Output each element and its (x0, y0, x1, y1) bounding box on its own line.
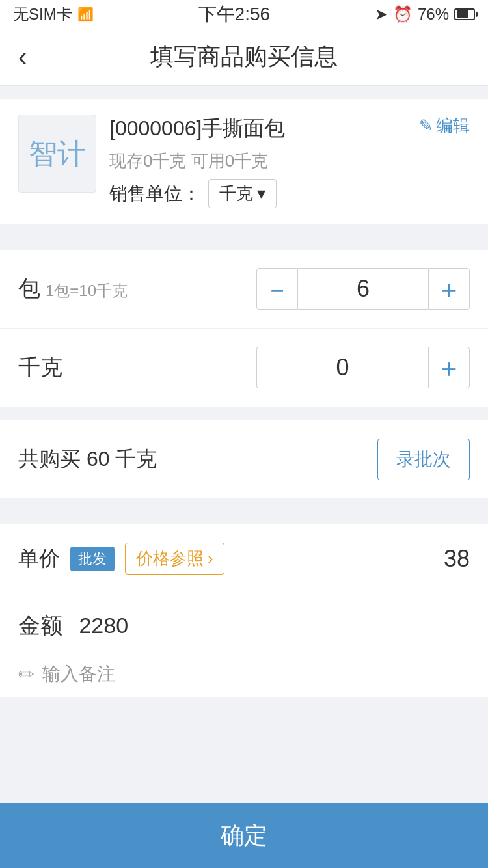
unit-value: 千克 (219, 182, 253, 205)
bao-input[interactable] (298, 268, 428, 310)
location-icon: ➤ (375, 5, 388, 23)
product-stock: 现存0千克 可用0千克 (109, 150, 470, 172)
product-top-row: [0000006]手撕面包 ✎ 编辑 (109, 115, 470, 150)
price-label: 单价 (18, 545, 60, 573)
quantity-section: 包1包=10千克 － ＋ 千克 ＋ (0, 250, 488, 407)
status-bar: 无SIM卡 📶 下午2:56 ➤ ⏰ 76% (0, 0, 488, 29)
bao-controls: － ＋ (256, 268, 470, 310)
summary-text: 共购买 60 千克 (18, 445, 157, 474)
confirm-button[interactable]: 确定 (0, 803, 488, 868)
product-unit-row: 销售单位： 千克 ▾ (109, 179, 470, 208)
kg-input[interactable] (256, 347, 428, 388)
summary-row: 共购买 60 千克 录批次 (0, 420, 488, 498)
amount-value: 2280 (79, 613, 128, 638)
unit-label: 销售单位： (109, 182, 200, 206)
status-left: 无SIM卡 📶 (13, 4, 94, 25)
edit-button[interactable]: ✎ 编辑 (419, 115, 470, 137)
product-name: [0000006]手撕面包 (109, 115, 285, 143)
bao-label: 包1包=10千克 (18, 274, 135, 304)
amount-row: 金额 2280 (18, 611, 470, 641)
price-ref-button[interactable]: 价格参照 › (125, 543, 224, 575)
edit-label: 编辑 (436, 115, 470, 137)
kg-controls: ＋ (256, 347, 470, 388)
price-ref-label: 价格参照 (136, 547, 204, 570)
record-batch-button[interactable]: 录批次 (377, 439, 470, 480)
battery-icon (454, 8, 475, 20)
back-button[interactable]: ‹ (18, 42, 27, 72)
carrier-text: 无SIM卡 (13, 4, 72, 25)
note-placeholder: 输入备注 (42, 662, 115, 686)
price-section: 单价 批发 价格参照 › 38 (0, 524, 488, 593)
page-title: 填写商品购买信息 (150, 41, 338, 73)
bao-minus-button[interactable]: － (256, 268, 298, 310)
quantity-kg-row: 千克 ＋ (0, 329, 488, 407)
separator-1 (0, 224, 488, 237)
status-right: ➤ ⏰ 76% (375, 5, 475, 23)
amount-label: 金额 (18, 613, 62, 638)
alarm-icon: ⏰ (393, 5, 413, 23)
price-value: 38 (444, 545, 470, 573)
dropdown-icon: ▾ (257, 183, 265, 204)
edit-icon: ✎ (419, 116, 433, 136)
nav-bar: ‹ 填写商品购买信息 (0, 29, 488, 86)
kg-label: 千克 (18, 353, 135, 383)
separator-2 (0, 498, 488, 511)
wifi-icon: 📶 (77, 7, 94, 22)
product-logo: 智计 (29, 135, 86, 173)
price-ref-icon: › (208, 549, 213, 569)
price-row: 单价 批发 价格参照 › 38 (18, 543, 470, 575)
battery-text: 76% (418, 5, 449, 23)
bao-plus-button[interactable]: ＋ (428, 268, 470, 310)
note-icon: ✏ (18, 663, 34, 686)
product-image: 智计 (18, 115, 96, 193)
product-info: [0000006]手撕面包 ✎ 编辑 现存0千克 可用0千克 销售单位： 千克 … (109, 115, 470, 208)
status-time: 下午2:56 (198, 2, 271, 27)
note-row[interactable]: ✏ 输入备注 (18, 651, 470, 697)
amount-section: 金额 2280 ✏ 输入备注 (0, 593, 488, 697)
unit-select[interactable]: 千克 ▾ (208, 179, 277, 208)
kg-plus-button[interactable]: ＋ (428, 347, 470, 388)
bao-sub-label: 1包=10千克 (46, 282, 128, 299)
product-section: 智计 [0000006]手撕面包 ✎ 编辑 现存0千克 可用0千克 销售单位： … (0, 99, 488, 224)
price-tag: 批发 (70, 547, 115, 571)
quantity-bao-row: 包1包=10千克 － ＋ (0, 250, 488, 329)
